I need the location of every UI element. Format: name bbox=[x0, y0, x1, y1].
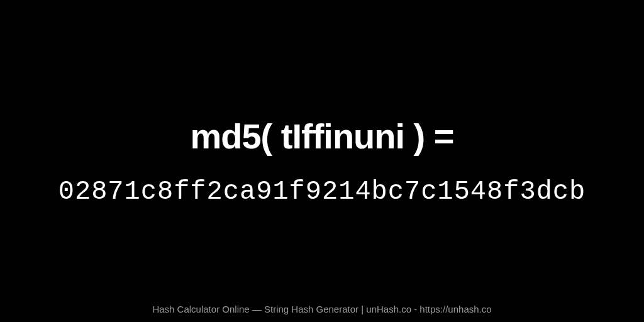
footer-attribution: Hash Calculator Online — String Hash Gen… bbox=[0, 304, 644, 314]
hash-output: 02871c8ff2ca91f9214bc7c1548f3dcb bbox=[58, 177, 586, 207]
hash-expression: md5( tIffinuni ) = bbox=[190, 116, 453, 157]
hash-result-panel: md5( tIffinuni ) = 02871c8ff2ca91f9214bc… bbox=[58, 0, 586, 322]
